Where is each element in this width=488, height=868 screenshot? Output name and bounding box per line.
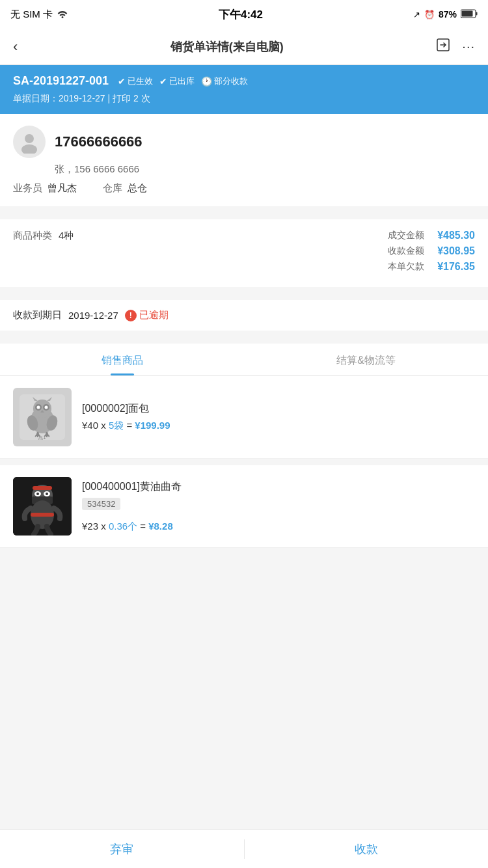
battery-icon — [461, 9, 478, 20]
staff-item: 业务员 曾凡杰 — [13, 182, 77, 195]
total-0: ¥199.99 — [135, 420, 170, 431]
check-icon-1: ✔ — [118, 76, 126, 87]
product-thumb-1 — [13, 477, 72, 536]
svg-point-11 — [37, 406, 40, 409]
amount-row-0: 成交金额 ¥485.30 — [388, 230, 475, 241]
summary-section: 商品种类 4种 成交金额 ¥485.30 收款金额 ¥308.95 本单欠款 ¥… — [0, 219, 488, 287]
back-button[interactable]: ‹ — [13, 38, 18, 55]
warehouse-value: 总仓 — [128, 182, 147, 195]
share-icon[interactable] — [436, 38, 450, 55]
tab-sales-products[interactable]: 销售商品 — [0, 344, 244, 375]
customer-section: 17666666666 张，156 6666 6666 业务员 曾凡杰 仓库 总… — [0, 114, 488, 206]
confirm-button[interactable]: 收款 — [245, 841, 489, 857]
qty-1: 0.36个 — [109, 521, 137, 532]
location-icon: ↗ — [413, 10, 420, 20]
type-value: 4种 — [59, 230, 74, 242]
warehouse-item: 仓库 总仓 — [103, 182, 147, 195]
status-right: ↗ ⏰ 87% — [413, 9, 478, 20]
product-sku-1: 534532 — [82, 498, 120, 510]
amount-label-0: 成交金额 — [388, 230, 424, 241]
svg-point-5 — [21, 144, 37, 154]
status-time: 下午4:42 — [219, 7, 263, 22]
nav-right: ··· — [436, 38, 475, 55]
check-icon-2: ✔ — [159, 76, 167, 87]
bottom-bar: 弃审 收款 — [0, 829, 488, 868]
amount-label-2: 本单欠款 — [388, 261, 424, 273]
order-header: SA-20191227-001 ✔ 已生效 ✔ 已出库 🕐 部分收款 单据日期：… — [0, 65, 488, 114]
svg-point-25 — [46, 493, 48, 495]
product-thumb-0: 品+ — [13, 388, 72, 446]
status-badge-partial: 🕐 部分收款 — [201, 75, 248, 87]
page-title: 销货单详情(来自电脑) — [170, 39, 284, 55]
summary-right: 成交金额 ¥485.30 收款金额 ¥308.95 本单欠款 ¥176.35 — [388, 230, 475, 277]
svg-text:品+: 品+ — [38, 436, 46, 440]
wifi-icon — [57, 9, 68, 20]
overdue-badge: ! 已逾期 — [125, 309, 169, 321]
product-price-1: ¥23 x 0.36个 = ¥8.28 — [82, 521, 475, 533]
list-item: [000400001]黄油曲奇 534532 ¥23 x 0.36个 = ¥8.… — [0, 465, 488, 548]
customer-sub: 张，156 6666 6666 — [55, 163, 475, 176]
amount-value-0: ¥485.30 — [437, 230, 475, 241]
product-type-row: 商品种类 4种 — [13, 230, 74, 242]
order-date: 单据日期：2019-12-27 | 打印 2 次 — [13, 93, 475, 105]
amount-row-1: 收款金额 ¥308.95 — [388, 245, 475, 257]
svg-rect-1 — [461, 10, 472, 16]
due-label: 收款到期日 — [13, 309, 62, 321]
status-left: 无 SIM 卡 — [10, 8, 68, 21]
products-section: 品+ [0000002]面包 ¥40 x 5袋 = ¥199.99 — [0, 376, 488, 548]
customer-meta: 业务员 曾凡杰 仓库 总仓 — [13, 182, 475, 195]
tab-settlement[interactable]: 结算&物流等 — [244, 344, 488, 375]
product-name-1: [000400001]黄油曲奇 — [82, 480, 475, 494]
due-date-value: 2019-12-27 — [68, 310, 118, 321]
divider-3 — [0, 331, 488, 337]
alarm-icon: ⏰ — [424, 10, 435, 20]
product-info-1: [000400001]黄油曲奇 534532 ¥23 x 0.36个 = ¥8.… — [82, 480, 475, 533]
price-unit-0: ¥40 — [82, 420, 98, 431]
due-section: 收款到期日 2019-12-27 ! 已逾期 — [0, 300, 488, 331]
product-info-0: [0000002]面包 ¥40 x 5袋 = ¥199.99 — [82, 402, 475, 432]
amount-value-2: ¥176.35 — [437, 261, 475, 273]
more-icon[interactable]: ··· — [462, 39, 475, 54]
cancel-button[interactable]: 弃审 — [0, 841, 244, 857]
nav-bar: ‹ 销货单详情(来自电脑) ··· — [0, 29, 488, 65]
divider-1 — [0, 213, 488, 219]
clock-icon: 🕐 — [201, 76, 212, 87]
battery-label: 87% — [439, 9, 457, 20]
overdue-icon: ! — [125, 310, 137, 321]
status-badge-shipped: ✔ 已出库 — [159, 75, 195, 87]
staff-value: 曾凡杰 — [47, 182, 77, 195]
svg-point-4 — [25, 134, 34, 143]
warehouse-label: 仓库 — [103, 182, 122, 195]
order-id: SA-20191227-001 — [13, 74, 109, 88]
svg-point-24 — [36, 493, 39, 495]
status-bar: 无 SIM 卡 下午4:42 ↗ ⏰ 87% — [0, 0, 488, 29]
divider-2 — [0, 293, 488, 300]
type-label: 商品种类 — [13, 230, 52, 242]
svg-rect-2 — [476, 12, 477, 15]
qty-0: 5袋 — [109, 420, 124, 431]
summary-left: 商品种类 4种 — [13, 230, 74, 245]
status-badge-effective: ✔ 已生效 — [118, 75, 153, 87]
divider-product — [0, 459, 488, 465]
overdue-text: 已逾期 — [139, 309, 169, 321]
status-badges: ✔ 已生效 ✔ 已出库 🕐 部分收款 — [118, 75, 248, 87]
network-label: 无 SIM 卡 — [10, 8, 53, 21]
svg-point-12 — [45, 406, 48, 409]
customer-phone: 17666666666 — [55, 133, 142, 150]
amount-label-1: 收款金额 — [388, 245, 424, 257]
product-price-0: ¥40 x 5袋 = ¥199.99 — [82, 420, 475, 432]
tabs-section: 销售商品 结算&物流等 — [0, 344, 488, 376]
svg-rect-28 — [33, 486, 52, 490]
svg-rect-27 — [31, 513, 54, 517]
staff-label: 业务员 — [13, 182, 42, 195]
amount-value-1: ¥308.95 — [437, 245, 475, 257]
list-item: 品+ [0000002]面包 ¥40 x 5袋 = ¥199.99 — [0, 376, 488, 459]
product-name-0: [0000002]面包 — [82, 402, 475, 416]
total-1: ¥8.28 — [148, 521, 173, 532]
amount-row-2: 本单欠款 ¥176.35 — [388, 261, 475, 273]
avatar — [13, 126, 46, 158]
price-unit-1: ¥23 — [82, 521, 98, 532]
